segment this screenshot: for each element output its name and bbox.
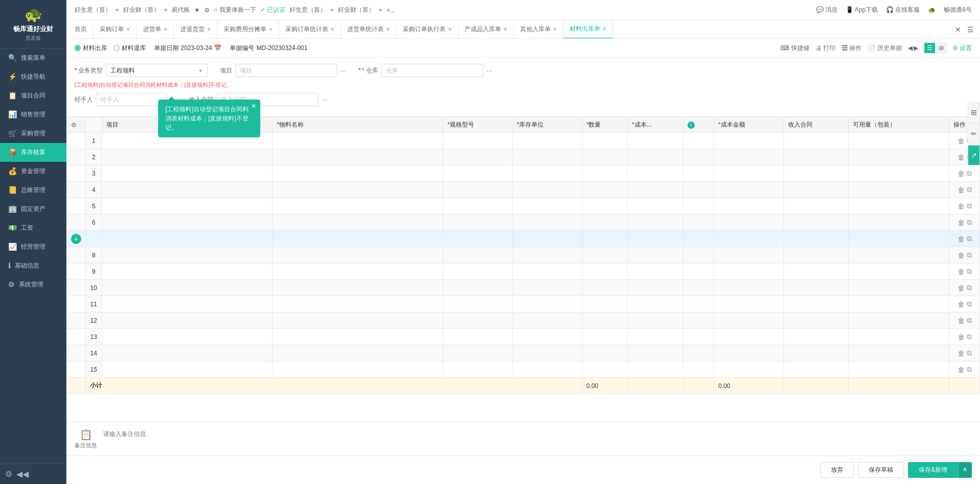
copy-row-icon[interactable]: ⧉: [967, 332, 972, 341]
close-all-icon[interactable]: ✕: [953, 26, 963, 34]
collapse-icon[interactable]: ◀◀: [16, 469, 29, 479]
copy-row-icon[interactable]: ⧉: [967, 202, 972, 210]
radio-material-outbound[interactable]: 材料出库: [75, 44, 107, 53]
discard-button[interactable]: 放弃: [820, 462, 854, 478]
delete-row-icon[interactable]: 🗑: [958, 349, 965, 357]
sidebar-item-operations[interactable]: 📈 经营管理: [0, 237, 66, 256]
history-btn[interactable]: 📄 历史单据: [868, 44, 901, 53]
topbar-user-avatar[interactable]: 🐢: [928, 7, 936, 14]
print-btn[interactable]: 🖨 打印: [816, 44, 836, 53]
shortcut-key-btn[interactable]: ⌨ 快捷键: [780, 44, 809, 53]
material-cell-input[interactable]: [277, 233, 438, 245]
tab-purchase-expense[interactable]: 采购费用分摊单 ✕: [217, 20, 279, 39]
prev-arrow[interactable]: ◀: [908, 44, 913, 52]
topbar-support[interactable]: 🎧 在线客服: [886, 6, 920, 14]
copy-row-icon[interactable]: ⧉: [967, 300, 972, 308]
tab-purchase-stat[interactable]: 采购订单统计表 ✕: [279, 20, 341, 39]
tab-material-outbound[interactable]: 材料出库单 ✕: [564, 20, 613, 39]
delete-row-icon[interactable]: 🗑: [958, 251, 965, 259]
tabbar-more-icon[interactable]: ☰: [965, 26, 976, 34]
copy-row-icon[interactable]: ⧉: [967, 283, 972, 292]
save-new-button[interactable]: 保存&新增: [908, 462, 958, 478]
topbar-good-biz2[interactable]: 好生意（首）: [289, 6, 326, 14]
delete-row-icon[interactable]: 🗑: [958, 219, 965, 227]
delete-row-icon[interactable]: 🗑: [958, 284, 965, 292]
delete-row-icon[interactable]: 🗑: [958, 170, 965, 178]
right-panel-btn-1[interactable]: ⊞: [968, 102, 980, 123]
project-dots-btn[interactable]: ···: [340, 66, 347, 75]
topbar-good-finance[interactable]: 好业财（首）: [123, 6, 160, 14]
tab-close-icon[interactable]: ✕: [207, 27, 211, 32]
tab-incoming-stat[interactable]: 进货单统计表 ✕: [341, 20, 397, 39]
topbar-dropdown-arrow[interactable]: ▼: [194, 7, 200, 14]
delete-row-icon[interactable]: 🗑: [958, 268, 965, 276]
copy-row-icon[interactable]: ⧉: [967, 251, 972, 259]
right-panel-btn-2[interactable]: ✏: [968, 124, 980, 144]
column-settings-icon[interactable]: ⚙: [71, 122, 77, 129]
delete-row-icon[interactable]: 🗑: [958, 186, 965, 194]
sidebar-item-sales[interactable]: 📊 销售管理: [0, 105, 66, 124]
tab-home[interactable]: 首页: [70, 20, 93, 39]
tooltip-close-btn[interactable]: ✕: [251, 102, 256, 111]
tab-close-icon[interactable]: ✕: [553, 27, 557, 32]
sidebar-item-project[interactable]: 📋 项目合同: [0, 86, 66, 105]
topbar-agent[interactable]: 易代账: [172, 6, 190, 14]
view-list-btn[interactable]: ☰: [924, 43, 935, 53]
topbar-more[interactable]: +...: [386, 7, 395, 14]
tab-incoming-return[interactable]: 进退货货 ✕: [174, 20, 217, 39]
cost-info-icon[interactable]: i: [688, 122, 695, 129]
save-new-dropdown-btn[interactable]: ∧: [958, 462, 972, 478]
delete-row-icon[interactable]: 🗑: [958, 333, 965, 341]
delete-row-icon[interactable]: 🗑: [958, 366, 965, 374]
delete-row-icon[interactable]: 🗑: [958, 235, 965, 243]
sidebar-item-purchase[interactable]: 🛒 采购管理: [0, 124, 66, 143]
copy-row-icon[interactable]: ⧉: [967, 267, 972, 276]
delete-row-icon[interactable]: 🗑: [958, 153, 965, 161]
topbar-appdownload[interactable]: 📱 App下载: [846, 6, 878, 14]
right-panel-btn-3[interactable]: ↗: [968, 145, 980, 165]
sidebar-item-sysadmin[interactable]: ⚙ 系统管理: [0, 275, 66, 294]
copy-row-icon[interactable]: ⧉: [967, 185, 972, 194]
topbar-good-finance2[interactable]: 好业财（首）: [338, 6, 375, 14]
income-contract-dots-btn[interactable]: ···: [322, 95, 328, 104]
sidebar-item-search[interactable]: 🔍 搜索菜单: [0, 49, 66, 67]
copy-row-icon[interactable]: ⧉: [967, 234, 972, 243]
copy-row-icon[interactable]: ⧉: [967, 365, 972, 374]
delete-row-icon[interactable]: 🗑: [958, 300, 965, 308]
settings-bottom-icon[interactable]: ⚙: [5, 469, 12, 479]
tab-close-icon[interactable]: ✕: [126, 27, 130, 32]
tab-purchase-order[interactable]: 采购订单 ✕: [93, 20, 137, 39]
sidebar-item-salary[interactable]: 💵 工资: [0, 219, 66, 237]
settings-btn[interactable]: ⚙ 设置: [952, 44, 972, 53]
sidebar-item-inventory[interactable]: 📦 库存核算: [0, 143, 66, 162]
tab-close-icon[interactable]: ✕: [268, 27, 273, 32]
date-value[interactable]: 2023-03-24: [181, 44, 212, 52]
copy-row-icon[interactable]: ⧉: [967, 218, 972, 227]
tab-close-icon[interactable]: ✕: [330, 27, 334, 32]
tab-close-icon[interactable]: ✕: [602, 26, 606, 32]
view-grid-btn[interactable]: ⊞: [936, 43, 946, 53]
delete-row-icon[interactable]: 🗑: [958, 137, 965, 145]
business-type-input[interactable]: 工程领料 ▼: [106, 64, 208, 77]
warehouse-dots-btn[interactable]: ···: [486, 66, 493, 75]
tab-close-icon[interactable]: ✕: [503, 27, 507, 32]
delete-row-icon[interactable]: 🗑: [958, 317, 965, 325]
sidebar-item-quicknav[interactable]: ⚡ 快捷导航: [0, 67, 66, 86]
delete-row-icon[interactable]: 🗑: [958, 202, 965, 210]
tab-other-incoming[interactable]: 其他入库单 ✕: [514, 20, 564, 39]
notes-input[interactable]: [103, 428, 972, 440]
copy-row-icon[interactable]: ⧉: [967, 169, 972, 178]
warehouse-input[interactable]: 仓库: [381, 64, 483, 77]
topbar-settings-icon[interactable]: ⚙: [204, 7, 210, 14]
project-cell-input[interactable]: [106, 233, 268, 245]
copy-row-icon[interactable]: ⧉: [967, 349, 972, 357]
operation-btn[interactable]: ☰ 操作: [842, 44, 862, 53]
topbar-trial[interactable]: ○ 我要体验一下: [214, 6, 256, 14]
sidebar-item-assets[interactable]: 🏢 固定资产: [0, 200, 66, 219]
radio-material-return[interactable]: 材料退库: [113, 44, 146, 53]
td-project-active[interactable]: [102, 231, 273, 247]
tab-purchase-exec[interactable]: 采购订单执行表 ✕: [397, 20, 458, 39]
tab-close-icon[interactable]: ✕: [163, 27, 167, 32]
sidebar-item-ledger[interactable]: 📒 总账管理: [0, 181, 66, 200]
save-draft-button[interactable]: 保存草稿: [858, 462, 904, 478]
